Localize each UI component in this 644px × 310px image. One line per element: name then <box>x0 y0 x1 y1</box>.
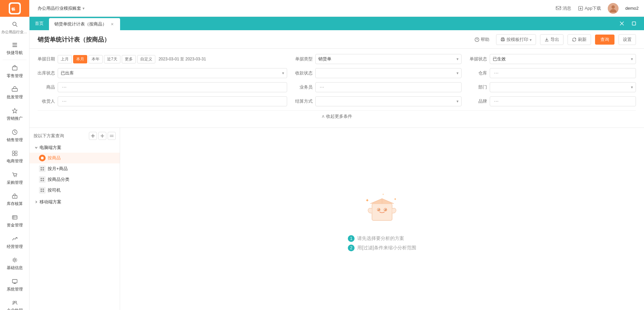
sidebar-item-sales[interactable]: 销售管理 <box>0 125 29 146</box>
tip-num-1: 1 <box>348 235 355 242</box>
filter-brand: 品牌 ··· <box>470 96 636 106</box>
date-7days-btn[interactable]: 近7天 <box>104 55 120 63</box>
sidebar-item-quick-nav[interactable]: 快捷导航 <box>0 38 29 59</box>
svg-rect-65 <box>41 191 42 192</box>
tab-close-btn[interactable]: ✕ <box>109 21 115 27</box>
collapse-bar[interactable]: ∧ 收起更多条件 <box>38 110 636 122</box>
date-this-month-btn[interactable]: 本月 <box>73 55 87 63</box>
payment-status-arrow-icon <box>457 71 459 75</box>
wholesale-label: 批发管理 <box>7 95 23 100</box>
salesperson-label: 业务员 <box>295 84 315 90</box>
purchase-label: 采购管理 <box>7 180 23 186</box>
dept-control <box>490 82 636 92</box>
date-this-year-btn[interactable]: 本年 <box>89 55 103 63</box>
date-more-btn[interactable]: 更多 <box>122 55 136 63</box>
settlement-select[interactable] <box>315 96 462 106</box>
panel-settings-btn[interactable] <box>98 132 106 140</box>
query-btn[interactable]: 查询 <box>595 35 614 45</box>
message-btn[interactable]: 消息 <box>556 5 571 11</box>
tree-section-mobile[interactable]: 移动端方案 <box>30 197 120 207</box>
doc-status-control: 已生效 <box>490 54 636 64</box>
warehouse-select[interactable]: ··· <box>490 68 636 78</box>
svg-rect-11 <box>12 151 14 153</box>
dept-select[interactable] <box>490 82 636 92</box>
sidebar-item-retail[interactable]: 零售管理 <box>0 61 29 82</box>
sidebar-item-wholesale[interactable]: 批发管理 <box>0 82 29 103</box>
filter-dept: 部门 <box>470 82 636 92</box>
sidebar-item-finance[interactable]: 资金管理 <box>0 210 29 231</box>
settings-btn[interactable]: 设置 <box>619 34 636 45</box>
sidebar-item-ecommerce[interactable]: 电商管理 <box>0 146 29 167</box>
sidebar-item-marketing[interactable]: 营销推广 <box>0 103 29 125</box>
goods-dots-icon: ··· <box>61 84 68 90</box>
warehouse-label: 仓库 <box>470 70 490 76</box>
panel-header: 按以下方案查询 <box>30 132 120 143</box>
tab-home[interactable]: 首页 <box>30 17 49 30</box>
sidebar-item-basic[interactable]: 基础信息 <box>0 253 29 274</box>
sidebar-item-system[interactable]: 系统管理 <box>0 274 29 296</box>
sidebar-item-operations[interactable]: 经营管理 <box>0 231 29 253</box>
panel-add-btn[interactable] <box>89 132 97 140</box>
logo-area[interactable]: 畅 <box>0 0 29 17</box>
svg-rect-55 <box>41 167 42 168</box>
settlement-label: 结算方式 <box>295 98 315 104</box>
filter-payment-status: 收款状态 <box>295 68 462 78</box>
tree-item-by-month-goods[interactable]: 按月+商品 <box>30 163 120 174</box>
query-label: 查询 <box>600 37 609 43</box>
tab-bar-right <box>617 19 644 28</box>
settings-label: 设置 <box>623 37 632 43</box>
svg-rect-47 <box>502 38 504 39</box>
finance-label: 资金管理 <box>7 223 23 228</box>
tab-sales-stats[interactable]: 销货单统计计表（按商品） ✕ <box>49 18 120 30</box>
date-custom-btn[interactable]: 自定义 <box>137 55 155 63</box>
date-last-month-btn[interactable]: 上月 <box>58 55 72 63</box>
dept-arrow-icon <box>631 85 633 90</box>
goods-select[interactable]: ··· <box>58 82 287 92</box>
refresh-btn[interactable]: 刷新 <box>568 34 591 45</box>
receiver-select[interactable]: ··· <box>58 96 287 106</box>
help-icon <box>475 37 479 42</box>
search-icon <box>11 20 19 28</box>
svg-rect-43 <box>632 22 636 25</box>
tree-item-by-driver[interactable]: 按司机 <box>30 185 120 196</box>
export-btn[interactable]: 导出 <box>540 34 564 45</box>
tree-section-desktop[interactable]: 电脑端方案 <box>30 143 120 153</box>
nav-icon <box>11 41 19 49</box>
sidebar-item-purchase[interactable]: 采购管理 <box>0 167 29 189</box>
content-area: 按以下方案查询 <box>30 128 644 310</box>
doc-status-label: 单据状态 <box>470 56 490 62</box>
doc-type-select[interactable]: 销货单 <box>315 54 462 64</box>
purchase-icon <box>11 171 19 179</box>
date-range-group: 上月 本月 本年 近7天 更多 <box>58 55 287 63</box>
svg-rect-66 <box>43 191 44 192</box>
out-status-select[interactable]: 已出库 <box>58 68 287 78</box>
workspace-dropdown[interactable]: 办公用品行业模拟账套 <box>38 5 85 11</box>
app-download-btn[interactable]: App下载 <box>578 5 601 11</box>
payment-status-select[interactable] <box>315 68 462 78</box>
tip-text-1: 请先选择要分析的方案 <box>357 236 404 242</box>
tab-close-window-btn[interactable] <box>617 19 627 28</box>
filter-row-4: 收货人 ··· 结算方式 <box>38 96 636 106</box>
svg-point-45 <box>477 40 477 41</box>
sidebar-item-search[interactable]: 办公用品行业模拟账套 <box>0 17 29 38</box>
user-name[interactable]: demo2 <box>625 6 639 11</box>
page-title: 销货单统计计表（按商品） <box>38 36 110 44</box>
settlement-control <box>315 96 462 106</box>
tree-chevron-icon <box>34 145 39 150</box>
svg-point-54 <box>41 157 44 159</box>
tree-item-by-goods-category[interactable]: 按商品分类 <box>30 174 120 185</box>
template-print-btn[interactable]: 按模板打印 <box>496 34 536 45</box>
settings-small-icon <box>100 134 104 138</box>
help-btn[interactable]: 帮助 <box>472 35 492 44</box>
top-header: 办公用品行业模拟账套 消息 App下载 demo2 <box>30 0 644 17</box>
tab-maximize-btn[interactable] <box>629 19 639 28</box>
filter-out-status: 出库状态 已出库 <box>38 68 287 78</box>
tree-item-by-goods[interactable]: 按商品 <box>30 153 120 163</box>
sidebar-item-inventory[interactable]: 库存核算 <box>0 189 29 210</box>
brand-select[interactable]: ··· <box>490 96 636 106</box>
panel-collapse-btn[interactable] <box>108 132 116 140</box>
by-goods-icon <box>39 155 46 161</box>
sidebar-item-cooperation[interactable]: 企业协同 <box>0 295 29 310</box>
doc-status-select[interactable]: 已生效 <box>490 54 636 64</box>
salesperson-select[interactable]: ··· <box>315 82 462 92</box>
